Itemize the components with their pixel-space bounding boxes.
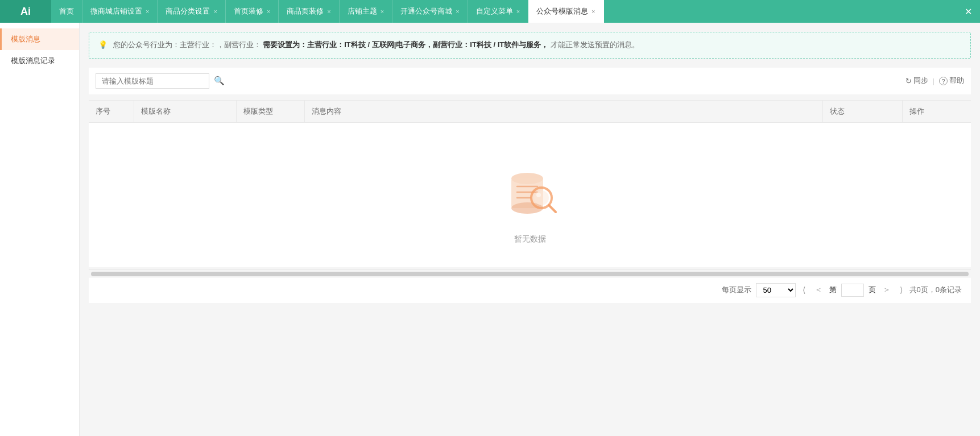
tab-open-mall-close[interactable]: ×: [456, 8, 459, 15]
horizontal-scrollbar[interactable]: [89, 269, 971, 277]
bulb-icon: 💡: [98, 40, 107, 49]
tab-home[interactable]: 首页: [51, 0, 82, 23]
svg-line-8: [549, 205, 556, 212]
help-button[interactable]: ? 帮助: [939, 76, 964, 86]
tab-category-close[interactable]: ×: [213, 8, 217, 15]
divider: |: [933, 77, 934, 85]
tab-shop-settings[interactable]: 微商城店铺设置 ×: [82, 0, 158, 23]
top-navigation: Ai 首页 微商城店铺设置 × 商品分类设置 × 首页装修 × 商品页装修 × …: [0, 0, 980, 23]
sidebar: 模版消息 模版消息记录: [0, 23, 80, 436]
tab-custom-menu-label: 自定义菜单: [476, 6, 513, 16]
info-banner: 💡 您的公众号行业为：主营行业：，副营行业： 需要设置为：主营行业：IT科技 /…: [89, 32, 971, 59]
app-logo: Ai: [0, 0, 51, 23]
help-icon: ?: [939, 77, 948, 85]
search-left: 🔍: [96, 73, 225, 89]
next-page-button[interactable]: ＞: [880, 284, 893, 296]
tab-store-theme[interactable]: 店铺主题 ×: [340, 0, 392, 23]
tab-home-decoration[interactable]: 首页装修 ×: [226, 0, 279, 23]
tab-shop-settings-close[interactable]: ×: [146, 8, 149, 15]
tab-product-decoration[interactable]: 商品页装修 ×: [279, 0, 339, 23]
page-size-select[interactable]: 50 20 100: [756, 283, 796, 297]
tab-template-message[interactable]: 公众号模版消息 ×: [528, 0, 603, 23]
main-layout: 模版消息 模版消息记录 💡 您的公众号行业为：主营行业：，副营行业： 需要设置为…: [0, 23, 980, 436]
tab-home-decoration-close[interactable]: ×: [267, 8, 270, 15]
col-header-type: 模版类型: [237, 101, 305, 122]
sidebar-item-template-message[interactable]: 模版消息: [0, 28, 79, 50]
tab-template-message-close[interactable]: ×: [592, 8, 595, 15]
search-button[interactable]: 🔍: [214, 76, 225, 86]
table-container: 序号 模版名称 模版类型 消息内容 状态 操作: [89, 100, 971, 267]
col-header-index: 序号: [89, 101, 134, 122]
nav-tabs-container: 首页 微商城店铺设置 × 商品分类设置 × 首页装修 × 商品页装修 × 店铺主…: [51, 0, 957, 23]
tab-home-decoration-label: 首页装修: [234, 6, 263, 16]
page-number-input[interactable]: 1: [841, 284, 864, 297]
empty-text: 暂无数据: [514, 234, 546, 244]
tab-store-theme-close[interactable]: ×: [381, 8, 384, 15]
col-header-status: 状态: [823, 101, 903, 122]
pagination: 每页显示 50 20 100 ⟨ ＜ 第 1 页 ＞ ⟩ 共0页，0条记录: [89, 277, 971, 303]
search-icon: 🔍: [214, 76, 225, 85]
search-right: ↻ 同步 | ? 帮助: [905, 76, 964, 86]
tab-store-theme-label: 店铺主题: [348, 6, 377, 16]
page-size-label: 每页显示: [722, 285, 751, 295]
tab-custom-menu[interactable]: 自定义菜单 ×: [468, 0, 528, 23]
tab-product-decoration-close[interactable]: ×: [327, 8, 330, 15]
page-total-text: 共0页，0条记录: [909, 285, 962, 295]
col-header-content: 消息内容: [305, 101, 823, 122]
tab-product-decoration-label: 商品页装修: [287, 6, 324, 16]
col-header-action: 操作: [903, 101, 971, 122]
empty-state: 暂无数据: [89, 123, 971, 267]
prev-page-button[interactable]: ＜: [812, 284, 825, 296]
sidebar-item-template-message-log[interactable]: 模版消息记录: [0, 50, 79, 72]
scroll-thumb: [91, 272, 969, 276]
last-page-button[interactable]: ⟩: [898, 284, 905, 296]
help-label: 帮助: [949, 76, 964, 86]
sync-button[interactable]: ↻ 同步: [905, 76, 928, 86]
svg-point-9: [536, 193, 541, 197]
sidebar-item-template-message-label: 模版消息: [11, 35, 40, 43]
table-header: 序号 模版名称 模版类型 消息内容 状态 操作: [89, 100, 971, 123]
main-content: 💡 您的公众号行业为：主营行业：，副营行业： 需要设置为：主营行业：IT科技 /…: [80, 23, 980, 436]
sidebar-item-template-message-log-label: 模版消息记录: [11, 56, 55, 65]
svg-point-7: [534, 190, 549, 205]
tab-category-settings[interactable]: 商品分类设置 ×: [158, 0, 225, 23]
close-all-button[interactable]: ✕: [957, 0, 980, 23]
info-highlight-text: 需要设置为：主营行业：IT科技 / 互联网|电子商务，副营行业：IT科技 / I…: [263, 40, 548, 49]
tab-custom-menu-close[interactable]: ×: [516, 8, 520, 15]
info-prefix-text: 您的公众号行业为：主营行业：，副营行业：: [113, 40, 261, 49]
tab-template-message-label: 公众号模版消息: [536, 6, 588, 16]
search-input[interactable]: [96, 73, 209, 89]
empty-state-icon: [496, 157, 564, 225]
tab-category-settings-label: 商品分类设置: [166, 6, 210, 16]
search-bar: 🔍 ↻ 同步 | ? 帮助: [89, 68, 971, 94]
sync-icon: ↻: [905, 77, 912, 85]
col-header-name: 模版名称: [134, 101, 237, 122]
tab-home-label: 首页: [59, 6, 74, 16]
tab-shop-settings-label: 微商城店铺设置: [90, 6, 142, 16]
tab-open-mall-label: 开通公众号商城: [400, 6, 452, 16]
info-suffix-text: 才能正常发送预置的消息。: [551, 40, 639, 49]
page-unit-label: 页: [869, 285, 876, 295]
first-page-button[interactable]: ⟨: [800, 284, 808, 296]
page-di-label: 第: [829, 285, 837, 295]
tab-open-mall[interactable]: 开通公众号商城 ×: [392, 0, 468, 23]
sync-label: 同步: [913, 76, 928, 86]
